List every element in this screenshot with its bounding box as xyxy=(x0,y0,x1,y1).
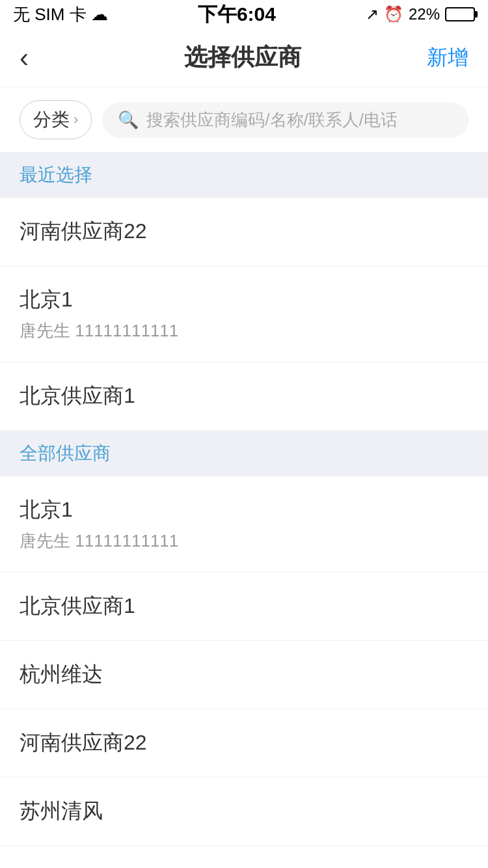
recent-list: 河南供应商22北京1唐先生 11111111111北京供应商1 xyxy=(0,198,488,431)
list-item[interactable]: 苏州清风 xyxy=(0,778,488,846)
category-filter-button[interactable]: 分类 › xyxy=(20,100,92,139)
status-left: 无 SIM 卡 ☁ xyxy=(13,3,108,26)
item-name: 北京1 xyxy=(20,286,468,314)
item-name: 河南供应商22 xyxy=(20,729,468,757)
item-name: 杭州维达 xyxy=(20,660,468,689)
item-name: 北京供应商1 xyxy=(20,382,468,411)
alarm-icon: ⏰ xyxy=(384,5,403,23)
page-title: 选择供应商 xyxy=(184,42,301,74)
search-icon: 🔍 xyxy=(118,110,139,130)
search-bar: 分类 › 🔍 xyxy=(0,87,488,152)
item-name: 北京供应商1 xyxy=(20,592,468,621)
status-bar: 无 SIM 卡 ☁ 下午6:04 ↗ ⏰ 22% xyxy=(0,0,488,29)
all-section-header: 全部供应商 xyxy=(0,431,488,476)
item-sub: 唐先生 11111111111 xyxy=(20,319,468,342)
category-label: 分类 xyxy=(33,107,70,132)
battery-percent: 22% xyxy=(409,5,440,23)
chevron-right-icon: › xyxy=(74,111,78,128)
list-item[interactable]: 河南供应商22 xyxy=(0,709,488,778)
battery-icon xyxy=(445,7,475,21)
item-name: 河南供应商22 xyxy=(20,217,468,246)
search-input[interactable] xyxy=(146,110,453,130)
nav-bar: ‹ 选择供应商 新增 xyxy=(0,29,488,87)
search-input-wrapper: 🔍 xyxy=(102,102,468,138)
list-item[interactable]: 北京1唐先生 11111111111 xyxy=(0,266,488,362)
item-name: 北京1 xyxy=(20,496,468,524)
list-item[interactable]: 北京供应商1 xyxy=(0,362,488,431)
recent-section-header: 最近选择 xyxy=(0,152,488,198)
list-item[interactable]: 河南供应商22 xyxy=(0,198,488,266)
status-time: 下午6:04 xyxy=(198,1,276,28)
location-icon: ↗ xyxy=(366,5,379,23)
item-sub: 唐先生 11111111111 xyxy=(20,530,468,552)
recent-section-label: 最近选择 xyxy=(20,165,92,185)
sim-status: 无 SIM 卡 ☁ xyxy=(13,3,108,26)
list-item[interactable]: 杭州维达 xyxy=(0,641,488,709)
status-right: ↗ ⏰ 22% xyxy=(366,5,475,23)
back-button[interactable]: ‹ xyxy=(20,42,59,74)
item-name: 苏州清风 xyxy=(20,797,468,826)
all-section-label: 全部供应商 xyxy=(20,443,111,463)
list-item[interactable]: 北京1唐先生 11111111111 xyxy=(0,476,488,573)
all-suppliers-list: 北京1唐先生 11111111111北京供应商1杭州维达河南供应商22苏州清风 xyxy=(0,476,488,846)
add-button[interactable]: 新增 xyxy=(427,44,468,72)
list-item[interactable]: 北京供应商1 xyxy=(0,573,488,641)
